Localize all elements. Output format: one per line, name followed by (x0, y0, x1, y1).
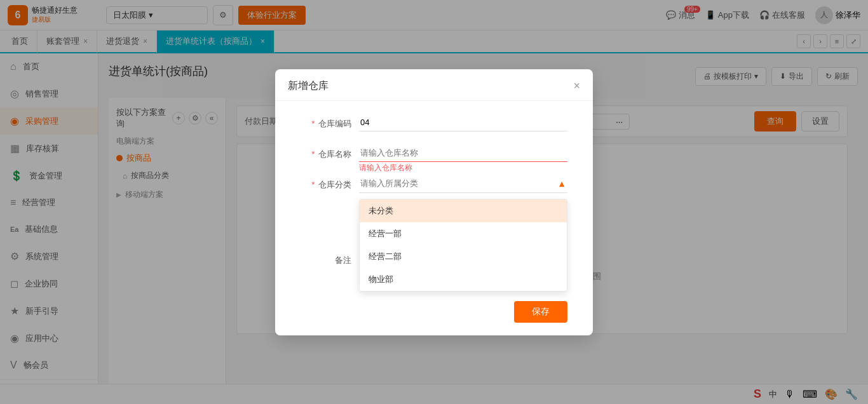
note-label: 备注 (301, 250, 351, 266)
category-form-row: * 仓库分类 ▲ 未分类 经营一部 经营二部 物业部 (301, 175, 567, 193)
dialog-body: * 仓库编码 * 仓库名称 请输入仓库名称 * (275, 101, 593, 293)
save-button[interactable]: 保存 (514, 301, 567, 323)
code-form-row: * 仓库编码 (301, 114, 567, 131)
dialog-footer: 保存 (275, 293, 593, 335)
code-input[interactable] (359, 114, 567, 131)
category-dropdown[interactable]: ▲ (359, 175, 567, 193)
name-input[interactable] (359, 144, 567, 162)
name-required-mark: * (311, 149, 315, 159)
name-form-row: * 仓库名称 请输入仓库名称 (301, 144, 567, 162)
modal-overlay: 新增仓库 × * 仓库编码 * 仓库名称 (0, 0, 868, 404)
code-required-mark: * (311, 119, 315, 128)
option-dept1[interactable]: 经营一部 (360, 222, 567, 245)
option-dept2[interactable]: 经营二部 (360, 245, 567, 268)
code-label: * 仓库编码 (301, 114, 351, 130)
category-input[interactable] (360, 178, 557, 188)
dialog-close-button[interactable]: × (573, 80, 580, 91)
dialog-title: 新增仓库 (288, 79, 329, 93)
new-warehouse-dialog: 新增仓库 × * 仓库编码 * 仓库名称 (275, 69, 593, 335)
option-unclassified[interactable]: 未分类 (360, 199, 567, 222)
dropdown-arrow-icon[interactable]: ▲ (557, 178, 566, 189)
name-error-message: 请输入仓库名称 (359, 163, 412, 173)
category-dropdown-list: 未分类 经营一部 经营二部 物业部 (359, 199, 567, 292)
dialog-header: 新增仓库 × (275, 69, 593, 101)
name-label: * 仓库名称 (301, 144, 351, 160)
option-property[interactable]: 物业部 (360, 268, 567, 291)
category-required-mark: * (311, 180, 315, 189)
category-label: * 仓库分类 (301, 175, 351, 191)
